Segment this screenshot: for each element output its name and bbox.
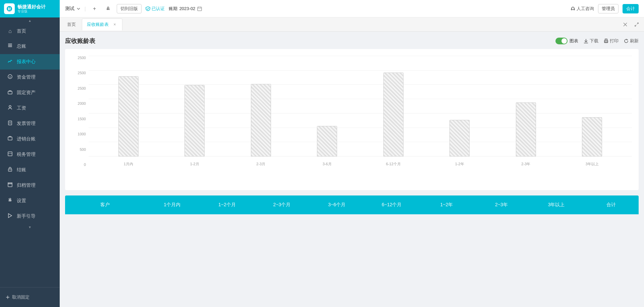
chart-toggle-label: 图表: [570, 38, 578, 44]
sidebar-item-sales[interactable]: 进销台账: [0, 131, 60, 147]
sidebar-item-funds[interactable]: ¥ 资金管理: [0, 70, 60, 85]
chart-bar-5: [449, 120, 470, 157]
sidebar-item-home[interactable]: ⌂ 首页: [0, 24, 60, 39]
manager-btn[interactable]: 管理员: [598, 4, 619, 13]
table-header-col-9: 合计: [584, 202, 639, 208]
tab-home[interactable]: 首页: [62, 18, 80, 31]
table-header-col-3: 2~3个月: [255, 202, 310, 208]
app-name: 畅捷通好会计: [17, 4, 46, 10]
bars-container: [89, 56, 632, 157]
logo-text: 畅捷通好会计 专业版: [17, 4, 46, 14]
x-label-3: 3-6月: [317, 162, 337, 167]
refresh-icon: [624, 39, 629, 43]
sidebar-item-reports[interactable]: 报表中心: [0, 54, 60, 70]
x-label-7: 3年以上: [582, 162, 602, 167]
sidebar-item-invoices[interactable]: 发票管理: [0, 116, 60, 131]
y-label-5: 1000: [78, 132, 86, 136]
funds-icon: ¥: [7, 74, 13, 81]
close-icon: [623, 22, 628, 27]
accountant-btn[interactable]: 会计: [623, 4, 639, 13]
download-label: 下载: [590, 38, 598, 44]
refresh-btn[interactable]: 刷新: [624, 38, 639, 44]
sidebar-label-invoices: 发票管理: [17, 121, 36, 127]
sidebar-label-ledger: 总账: [17, 43, 26, 49]
app-edition: 专业版: [17, 9, 46, 13]
svg-point-16: [10, 170, 10, 171]
sidebar-bottom: 取消固定: [0, 287, 60, 307]
topbar-divider-1: |: [85, 6, 86, 11]
help-label: 人工咨询: [577, 6, 594, 12]
scroll-down-indicator: ▼: [0, 224, 60, 230]
chart-container: 2500 2500 2500 2000 1500 1000 500 0: [65, 49, 639, 190]
x-label-2: 2-3月: [251, 162, 271, 167]
table-header: 客户1个月内1~2个月2~3个月3~6个月6~12个月1~2年2~3年3年以上合…: [65, 195, 639, 214]
svg-rect-2: [8, 44, 12, 44]
chart-bar-2: [251, 84, 271, 157]
svg-point-28: [572, 7, 574, 10]
main-content: 测试 | + 切到旧版 已认证 账期 2023-02 人工咨询 管理员 会计: [60, 0, 644, 307]
svg-rect-3: [8, 45, 12, 46]
sidebar: 财 畅捷通好会计 专业版 ▲ ⌂ 首页 总账 报表中心 ¥: [0, 0, 60, 307]
print-label: 打印: [610, 38, 619, 44]
chevron-down-icon: [76, 7, 80, 11]
chart-toggle[interactable]: [555, 38, 568, 44]
ledger-icon: [7, 43, 13, 50]
table-header-col-6: 1~2年: [419, 202, 474, 208]
sidebar-nav: ▲ ⌂ 首页 总账 报表中心 ¥ 资金管理 固定资产: [0, 17, 60, 287]
download-btn[interactable]: 下载: [584, 38, 598, 44]
y-label-1: 2500: [78, 71, 86, 75]
table-header-col-5: 6~12个月: [364, 202, 419, 208]
archive-icon: [7, 182, 13, 189]
add-company-btn[interactable]: +: [90, 4, 99, 13]
scroll-up-indicator: ▲: [0, 17, 60, 24]
sidebar-item-wages[interactable]: 工资: [0, 100, 60, 116]
print-btn[interactable]: 打印: [604, 38, 619, 44]
sidebar-item-assets[interactable]: 固定资产: [0, 85, 60, 100]
svg-rect-4: [8, 46, 12, 47]
closing-icon: [7, 167, 13, 173]
sidebar-item-guide[interactable]: 新手引导: [0, 209, 60, 224]
report-actions: 图表 下载 打印 刷新: [555, 38, 639, 44]
sidebar-item-ledger[interactable]: 总账: [0, 39, 60, 54]
gear-icon: [105, 6, 111, 11]
calendar-icon[interactable]: [197, 6, 202, 11]
tab-aging-report[interactable]: 应收账龄表 ×: [82, 18, 122, 31]
y-label-3: 2000: [78, 101, 86, 105]
table-header-col-2: 1~2个月: [200, 202, 255, 208]
sidebar-logo: 财 畅捷通好会计 专业版: [0, 0, 60, 17]
sidebar-item-settings[interactable]: 设置: [0, 193, 60, 209]
sidebar-label-archive: 归档管理: [17, 182, 36, 188]
sidebar-item-tax[interactable]: 税务管理: [0, 147, 60, 162]
sidebar-item-archive[interactable]: 归档管理: [0, 178, 60, 193]
sidebar-label-sales: 进销台账: [17, 136, 36, 142]
switch-old-version-btn[interactable]: 切到旧版: [117, 4, 142, 13]
company-name: 测试: [65, 6, 74, 12]
svg-rect-17: [8, 184, 12, 187]
tab-close-btn[interactable]: ×: [112, 22, 117, 27]
expand-btn[interactable]: [632, 20, 641, 29]
cancel-fixed-btn[interactable]: 取消固定: [0, 291, 60, 304]
tab-home-label: 首页: [67, 21, 76, 28]
shield-icon: [146, 6, 150, 11]
x-label-5: 1-2年: [449, 162, 470, 167]
sidebar-item-closing[interactable]: 结账: [0, 162, 60, 178]
settings-btn[interactable]: [103, 4, 113, 13]
sales-icon: [7, 136, 13, 142]
chart-toggle-container: 图表: [555, 38, 578, 44]
sidebar-label-home: 首页: [17, 28, 26, 34]
report-header: 应收账龄表 图表 下载 打印 刷新: [65, 37, 639, 45]
download-icon: [584, 39, 588, 43]
customer-service-btn[interactable]: 人工咨询: [571, 6, 594, 12]
reports-icon: [7, 58, 13, 65]
expand-icon: [634, 22, 639, 27]
svg-text:¥: ¥: [9, 76, 11, 79]
close-window-btn[interactable]: [621, 20, 630, 29]
topbar-right: 人工咨询 管理员 会计: [571, 4, 639, 13]
x-label-1: 1-2月: [184, 162, 205, 167]
x-label-4: 6-12个月: [383, 162, 404, 167]
period-value: 2023-02: [179, 6, 196, 11]
guide-icon: [7, 213, 13, 220]
company-selector[interactable]: 测试: [65, 6, 80, 12]
sidebar-label-closing: 结账: [17, 167, 26, 173]
headset-icon: [571, 6, 575, 11]
